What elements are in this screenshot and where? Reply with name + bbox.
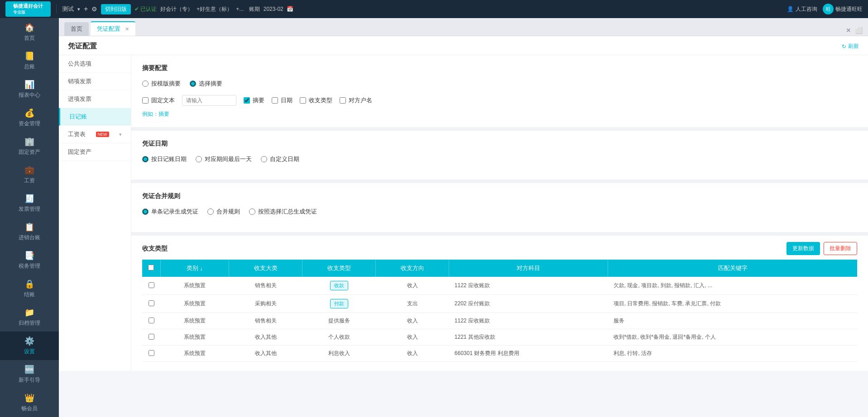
row-checkbox[interactable]	[149, 282, 154, 288]
left-panel-item-journal[interactable]: 日记账	[59, 108, 131, 126]
radio-journal-date-input[interactable]	[142, 156, 149, 162]
checkbox-date[interactable]: 日期	[272, 96, 293, 104]
checkbox-fixed-text[interactable]: 固定文本	[142, 96, 175, 104]
radio-merge-input[interactable]	[207, 208, 214, 215]
date-radio-group: 按日记账日期 对应期间最后一天 自定义日期	[142, 155, 857, 163]
sidebar-item-close[interactable]: 🔒 结账	[0, 275, 59, 303]
row-checkbox[interactable]	[149, 350, 154, 356]
cell-type: 个人收款	[302, 329, 376, 346]
tab-home[interactable]: 首页	[64, 22, 89, 36]
th-category: 类别 ↓	[160, 260, 229, 277]
left-panel-item-sales-invoice[interactable]: 销项发票	[59, 73, 131, 90]
switch-version-btn[interactable]: 切到旧版	[101, 4, 131, 14]
left-panel-item-payroll[interactable]: 工资表 NEW ▾	[59, 126, 131, 143]
sidebar-item-label: 发票管理	[19, 205, 40, 213]
sidebar-item-label: 税务管理	[19, 262, 40, 270]
income-data-table: 类别 ↓ 收支大类 收支类型 收支方向 对方科目 匹配关键字	[142, 260, 857, 362]
close-window-icon[interactable]: ✕	[846, 27, 851, 34]
consult-btn[interactable]: 👤 人工咨询	[787, 5, 817, 13]
radio-single-input[interactable]	[142, 208, 149, 215]
fixed-text-input[interactable]	[182, 95, 236, 106]
table-actions: 更新数据 批量删除	[786, 242, 857, 255]
th-type: 收支类型	[302, 260, 376, 277]
cell-direction: 支出	[376, 295, 449, 313]
sidebar-item-settings[interactable]: ⚙️ 设置	[0, 332, 59, 360]
row-checkbox[interactable]	[149, 334, 154, 340]
th-account: 对方科目	[449, 260, 608, 277]
cell-keywords: 服务	[608, 313, 857, 329]
cell-major-type: 销售相关	[229, 277, 302, 295]
row-checkbox[interactable]	[149, 300, 154, 306]
page-header: 凭证配置 ↻ 刷新	[59, 36, 868, 55]
cell-checkbox	[142, 329, 160, 346]
sidebar-item-reports[interactable]: 📊 报表中心	[0, 75, 59, 104]
sidebar-item-invoice[interactable]: 🧾 发票管理	[0, 189, 59, 218]
sidebar-item-vip[interactable]: 👑 畅会员	[0, 389, 59, 417]
content-area: 首页 凭证配置 ✕ ✕ ⬜ 凭证配置 ↻ 刷新	[59, 18, 868, 417]
sidebar-item-label: 归档管理	[19, 319, 40, 327]
cell-type: 收款	[302, 277, 376, 295]
sidebar-item-home[interactable]: 🏠 首页	[0, 18, 59, 47]
cell-type: 利息收入	[302, 346, 376, 362]
left-panel-item-public[interactable]: 公共选项	[59, 55, 131, 73]
th-direction: 收支方向	[376, 260, 449, 277]
checkbox-fixed-text-input[interactable]	[142, 97, 149, 104]
maximize-icon[interactable]: ⬜	[855, 27, 863, 34]
refresh-btn[interactable]: ↻ 刷新	[842, 43, 859, 50]
update-data-btn[interactable]: 更新数据	[786, 242, 820, 255]
table-row: 系统预置 销售相关 收款 收入 1122 应收账款 欠款, 现金, 项目款, 到…	[142, 277, 857, 295]
sidebar-item-salary[interactable]: 💼 工资	[0, 161, 59, 189]
radio-select-input[interactable]	[190, 81, 196, 87]
left-panel-item-purchase-invoice[interactable]: 进项发票	[59, 90, 131, 108]
checkbox-type[interactable]: 收支类型	[300, 96, 332, 104]
cell-category: 系统预置	[160, 329, 229, 346]
tax-icon: 📑	[24, 251, 34, 261]
user-profile[interactable]: 旺 畅捷通旺旺	[823, 4, 863, 14]
sidebar-item-ledger[interactable]: 📒 总账	[0, 47, 59, 75]
select-all-checkbox[interactable]	[148, 265, 154, 270]
left-panel-item-fixed-assets[interactable]: 固定资产	[59, 143, 131, 161]
main-layout: 🏠 首页 📒 总账 📊 报表中心 💰 资金管理 🏢 固定资产 💼 工资 🧾 发票…	[0, 18, 868, 417]
radio-template-input[interactable]	[142, 81, 149, 87]
sidebar-item-tax[interactable]: 📑 税务管理	[0, 246, 59, 275]
checkbox-type-input[interactable]	[300, 97, 306, 104]
radio-template[interactable]: 按模版摘要	[142, 80, 181, 88]
radio-summary-gen[interactable]: 按照选择汇总生成凭证	[249, 208, 317, 216]
reports-icon: 📊	[24, 80, 34, 90]
radio-summary-gen-input[interactable]	[249, 208, 255, 215]
top-row-content: 公共选项 销项发票 进项发票 日记账 工资表 NEW	[59, 55, 868, 371]
merge-section-title: 凭证合并规则	[142, 192, 857, 200]
batch-delete-btn[interactable]: 批量删除	[824, 242, 857, 255]
tab-close-icon[interactable]: ✕	[125, 26, 129, 32]
row-checkbox[interactable]	[149, 317, 154, 323]
radio-custom-date[interactable]: 自定义日期	[261, 155, 299, 163]
refresh-icon: ↻	[842, 43, 846, 50]
sidebar-item-assets[interactable]: 🏢 固定资产	[0, 132, 59, 161]
radio-single[interactable]: 单条记录生成凭证	[142, 208, 198, 216]
sidebar-item-purchase[interactable]: 📋 进销台账	[0, 218, 59, 246]
checkbox-date-input[interactable]	[272, 97, 278, 104]
sidebar-item-guide[interactable]: 🆕 新手引导	[0, 360, 59, 389]
topbar-plus-icon[interactable]: +	[84, 5, 88, 13]
checkbox-counterparty[interactable]: 对方户名	[340, 96, 372, 104]
sidebar-item-funds[interactable]: 💰 资金管理	[0, 104, 59, 132]
radio-merge[interactable]: 合并规则	[207, 208, 240, 216]
checkbox-counterparty-input[interactable]	[340, 97, 346, 104]
sidebar-item-archive[interactable]: 📁 归档管理	[0, 303, 59, 332]
checkbox-summary[interactable]: 摘要	[244, 96, 264, 104]
period-label: 账期 2023-02 📅	[249, 5, 293, 13]
radio-last-day[interactable]: 对应期间最后一天	[196, 155, 252, 163]
cell-major-type: 采购相关	[229, 295, 302, 313]
topbar-settings-icon[interactable]: ⚙	[91, 5, 97, 13]
radio-last-day-input[interactable]	[196, 156, 202, 162]
radio-custom-date-input[interactable]	[261, 156, 267, 162]
cell-checkbox	[142, 295, 160, 313]
tab-voucher-config[interactable]: 凭证配置 ✕	[91, 21, 135, 36]
radio-journal-date[interactable]: 按日记账日期	[142, 155, 187, 163]
radio-select[interactable]: 选择摘要	[190, 80, 222, 88]
calendar-icon[interactable]: 📅	[287, 6, 293, 12]
checkbox-summary-input[interactable]	[244, 97, 250, 104]
topbar-dropdown[interactable]: ▾	[77, 6, 80, 12]
main-right: 摘要配置 按模版摘要 选择摘要	[131, 55, 868, 371]
cell-account: 1221 其他应收款	[449, 329, 608, 346]
